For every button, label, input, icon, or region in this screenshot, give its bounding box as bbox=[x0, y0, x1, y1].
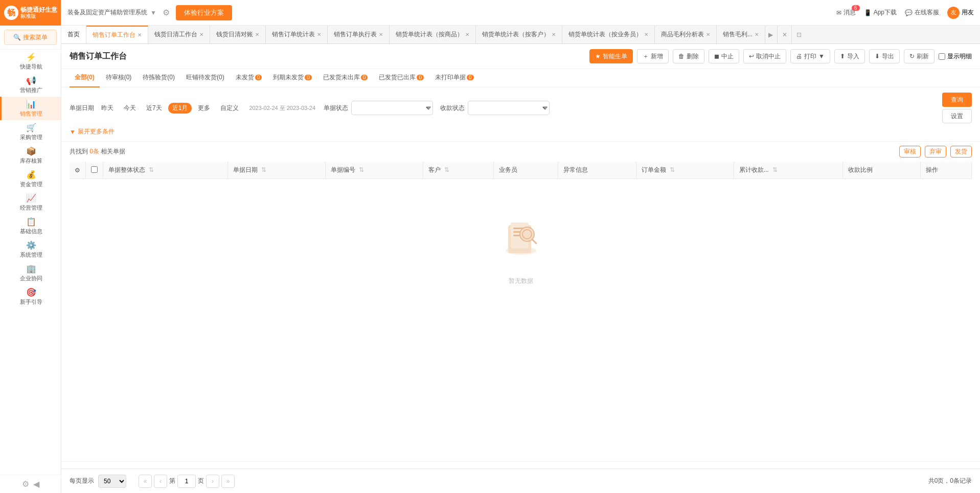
sort-customer-icon[interactable]: ⇅ bbox=[444, 166, 449, 173]
sub-tab-pending-review[interactable]: 待审核(0) bbox=[101, 69, 137, 87]
date-yesterday[interactable]: 昨天 bbox=[97, 103, 118, 114]
cancel-approve-button[interactable]: 弃审 bbox=[925, 146, 946, 158]
date-today[interactable]: 今天 bbox=[120, 103, 140, 114]
tab-sales-customer-stats[interactable]: 销货单统计表（按客户） ✕ bbox=[476, 26, 562, 44]
sort-status-icon[interactable]: ⇅ bbox=[149, 166, 154, 173]
tab-sales-staff-stats[interactable]: 销货单统计表（按业务员） ✕ bbox=[562, 26, 655, 44]
tab-sales-workbench[interactable]: 销售订单工作台 ✕ bbox=[86, 26, 148, 44]
sub-tab-not-shipped[interactable]: 未发货 0 bbox=[231, 69, 267, 87]
user-menu[interactable]: 友 用友 bbox=[947, 7, 974, 19]
tab-sales-workbench-label: 销售订单工作台 bbox=[93, 31, 135, 39]
tabbar-more-button[interactable]: ▶ bbox=[765, 31, 776, 38]
next-page-button[interactable]: › bbox=[206, 475, 219, 488]
date-more[interactable]: 更多 bbox=[194, 103, 214, 114]
sub-tab-wangpu[interactable]: 旺铺待发货(0) bbox=[181, 69, 230, 87]
add-button[interactable]: ＋ 新增 bbox=[637, 49, 669, 63]
approve-button[interactable]: 审核 bbox=[899, 146, 921, 158]
online-service-button[interactable]: 💬 在线客服 bbox=[905, 8, 939, 17]
sidebar-item-corp[interactable]: 🏢 企业协同 bbox=[0, 261, 61, 285]
sub-tab-not-printed[interactable]: 未打印单据 0 bbox=[430, 69, 479, 87]
tab-sales-stats[interactable]: 销售订单统计表 ✕ bbox=[266, 26, 328, 44]
query-button[interactable]: 查询 bbox=[942, 93, 972, 107]
date-custom[interactable]: 自定义 bbox=[216, 103, 243, 114]
settings-gear-icon[interactable]: ⚙ bbox=[22, 479, 29, 489]
smart-create-button[interactable]: ★ 智能生单 bbox=[589, 49, 633, 63]
first-page-button[interactable]: « bbox=[139, 475, 152, 488]
select-all-checkbox[interactable] bbox=[91, 166, 98, 173]
tab-home[interactable]: 首页 bbox=[61, 26, 86, 44]
sort-received-icon[interactable]: ⇅ bbox=[772, 166, 778, 173]
sub-tab-shipped-out[interactable]: 已发货已出库 0 bbox=[374, 69, 429, 87]
ship-button[interactable]: 发货 bbox=[950, 146, 972, 158]
system-selector[interactable]: 装备及固定资产辅助管理系统 ▼ bbox=[67, 8, 156, 17]
tab-close-sales-more[interactable]: ✕ bbox=[755, 32, 759, 37]
page-number-input[interactable] bbox=[177, 475, 196, 488]
tab-goods-margin[interactable]: 商品毛利分析表 ✕ bbox=[655, 26, 717, 44]
import-button[interactable]: ⬆ 导入 bbox=[834, 49, 865, 63]
sidebar-item-sales[interactable]: 📊 销售管理 bbox=[0, 97, 61, 120]
tab-close-sales-stats[interactable]: ✕ bbox=[317, 32, 321, 37]
sub-tab-shipped-not-out[interactable]: 已发货未出库 0 bbox=[318, 69, 373, 87]
tabbar-close-all-button[interactable]: ✕ bbox=[777, 26, 791, 44]
tab-close-sales-product-stats[interactable]: ✕ bbox=[465, 32, 469, 37]
collapse-icon[interactable]: ◀ bbox=[33, 479, 39, 489]
stop-button[interactable]: ◼ 中止 bbox=[709, 49, 739, 63]
tabbar-restore-button[interactable]: ⊡ bbox=[791, 26, 806, 44]
tab-sales-product-stats[interactable]: 销货单统计表（按商品） ✕ bbox=[390, 26, 476, 44]
tab-close-sales-workbench[interactable]: ✕ bbox=[138, 32, 142, 38]
pagination-total: 共0页，0条记录 bbox=[928, 477, 972, 485]
delete-button[interactable]: 🗑 删除 bbox=[673, 49, 704, 63]
status-select[interactable] bbox=[351, 101, 433, 115]
sidebar-item-basic-info[interactable]: 📋 基础信息 bbox=[0, 214, 61, 238]
sidebar-item-finance[interactable]: 💰 资金管理 bbox=[0, 167, 61, 191]
sub-tab-all[interactable]: 全部(0) bbox=[70, 69, 100, 87]
tab-close-sales-exec[interactable]: ✕ bbox=[379, 32, 383, 37]
sub-tab-expired[interactable]: 到期未发货 0 bbox=[268, 69, 317, 87]
sidebar-item-guide[interactable]: 🎯 新手引导 bbox=[0, 285, 61, 308]
sidebar-item-marketing[interactable]: 📢 营销推广 bbox=[0, 73, 61, 97]
show-detail-checkbox[interactable] bbox=[939, 53, 945, 60]
table-summary: 共找到 0条 相关单据 审核 弃审 发货 bbox=[70, 142, 972, 162]
sidebar-item-system[interactable]: ⚙️ 系统管理 bbox=[0, 238, 61, 261]
tab-close-sales-staff-stats[interactable]: ✕ bbox=[644, 32, 648, 37]
show-detail-toggle[interactable]: 显示明细 bbox=[939, 52, 972, 61]
trial-button[interactable]: 体验行业方案 bbox=[176, 5, 232, 20]
message-button[interactable]: ✉ 消息 6 bbox=[836, 8, 856, 17]
horizontal-scrollbar[interactable] bbox=[61, 461, 980, 468]
topbar-gear-icon[interactable]: ⚙ bbox=[163, 8, 170, 17]
print-button[interactable]: 🖨 打印 ▼ bbox=[790, 49, 830, 63]
expand-filter-button[interactable]: ▼ 展开更多条件 bbox=[70, 127, 115, 136]
tab-close-cash-daily[interactable]: ✕ bbox=[199, 32, 203, 37]
col-checkbox[interactable] bbox=[86, 162, 103, 179]
sort-number-icon[interactable]: ⇅ bbox=[359, 166, 364, 173]
last-page-button[interactable]: » bbox=[221, 475, 235, 488]
refresh-button[interactable]: ↻ 刷新 bbox=[904, 49, 935, 63]
date-1month[interactable]: 近1月 bbox=[168, 103, 192, 114]
sort-date-icon[interactable]: ⇅ bbox=[261, 166, 266, 173]
filter-action-buttons: 查询 设置 bbox=[942, 93, 972, 123]
tab-sales-exec[interactable]: 销售订单执行表 ✕ bbox=[328, 26, 390, 44]
export-button[interactable]: ⬇ 导出 bbox=[869, 49, 900, 63]
app-download-button[interactable]: 📱 App下载 bbox=[864, 8, 897, 17]
sidebar-item-operations[interactable]: 📈 经营管理 bbox=[0, 191, 61, 214]
setting-button[interactable]: 设置 bbox=[942, 109, 972, 123]
tab-sales-more[interactable]: 销售毛利... ✕ bbox=[717, 26, 765, 44]
sidebar-item-quick-nav[interactable]: ⚡ 快捷导航 bbox=[0, 50, 61, 73]
tab-cash-daily[interactable]: 钱货日清工作台 ✕ bbox=[148, 26, 210, 44]
payment-select[interactable] bbox=[468, 101, 550, 115]
tab-cash-reconcile[interactable]: 钱货日清对账 ✕ bbox=[210, 26, 266, 44]
tab-close-goods-margin[interactable]: ✕ bbox=[706, 32, 710, 37]
sub-tab-pending-check[interactable]: 待拣验货(0) bbox=[138, 69, 180, 87]
search-menu-button[interactable]: 🔍 搜索菜单 bbox=[4, 30, 57, 45]
cancel-stop-button[interactable]: ↩ 取消中止 bbox=[743, 49, 786, 63]
col-gear[interactable]: ⚙ bbox=[70, 162, 86, 179]
sidebar-nav: ⚡ 快捷导航 📢 营销推广 📊 销售管理 🛒 采购管理 📦 库存核算 💰 资金管… bbox=[0, 50, 61, 475]
tab-close-cash-reconcile[interactable]: ✕ bbox=[255, 32, 259, 37]
date-7days[interactable]: 近7天 bbox=[142, 103, 166, 114]
sidebar-item-purchase[interactable]: 🛒 采购管理 bbox=[0, 120, 61, 144]
prev-page-button[interactable]: ‹ bbox=[154, 475, 167, 488]
tab-close-sales-customer-stats[interactable]: ✕ bbox=[552, 32, 556, 37]
sidebar-item-inventory[interactable]: 📦 库存核算 bbox=[0, 144, 61, 167]
page-size-select[interactable]: 20 50 100 bbox=[98, 475, 126, 488]
sort-amount-icon[interactable]: ⇅ bbox=[670, 166, 675, 173]
